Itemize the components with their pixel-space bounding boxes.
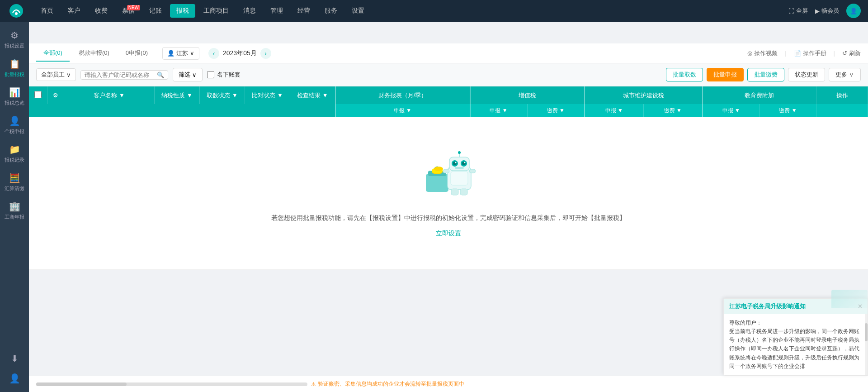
th-city-construction: 城市维护建设税: [585, 86, 703, 104]
sidebar: ⚙ 报税设置 📋 批量报税 📊 报税总览 👤 个税申报 📁 报税记录 🧮 汇算清…: [0, 22, 29, 392]
filter-button[interactable]: 筛选 ∨: [173, 68, 203, 81]
vip-label: 畅会员: [821, 7, 839, 15]
tab-all-label: 全部(0): [43, 49, 62, 56]
th-city-declare: 申报 ▼: [585, 104, 644, 117]
check-result-filter-icon[interactable]: ▼: [322, 92, 328, 99]
account-checkbox[interactable]: [207, 71, 214, 78]
divider1: |: [785, 50, 786, 57]
client-name-filter-icon[interactable]: ▼: [119, 92, 125, 99]
tax-nature-filter-icon[interactable]: ▼: [187, 92, 193, 99]
select-all-checkbox[interactable]: [34, 91, 42, 98]
vip-button[interactable]: ▶ 畅会员: [815, 7, 839, 15]
th-edu-declare: 申报 ▼: [703, 104, 760, 117]
nav-bookkeeping[interactable]: 记账: [143, 4, 168, 18]
th-client-name-text: 客户名称: [94, 92, 117, 99]
tab-tax-declare[interactable]: 税款申报(0): [71, 45, 117, 62]
refresh-button[interactable]: ↺ 刷新: [842, 49, 861, 57]
th-operation-sub: [816, 104, 868, 117]
user-avatar[interactable]: 👤: [846, 4, 861, 18]
more-button[interactable]: 更多 ∨: [829, 68, 861, 81]
city-pay-filter-icon[interactable]: ▼: [676, 107, 682, 114]
manual-icon: 📄: [794, 50, 801, 57]
svg-rect-18: [443, 169, 449, 173]
operation-manual-link[interactable]: 📄 操作手册: [794, 49, 826, 57]
status-update-button[interactable]: 状态更新: [788, 68, 825, 81]
setup-link[interactable]: 立即设置: [436, 229, 461, 237]
sidebar-label-batch-tax: 批量报税: [5, 71, 24, 78]
operation-video-link[interactable]: ◎ 操作视频: [747, 49, 778, 57]
sidebar-item-download[interactable]: ⬇: [0, 349, 29, 368]
nav-fee[interactable]: 收费: [89, 4, 114, 18]
nav-service[interactable]: 服务: [318, 4, 344, 18]
th-vat-pay: 缴费 ▼: [527, 104, 585, 117]
sidebar-bottom: ⬇ 👤: [0, 349, 29, 388]
batch-pay-button[interactable]: 批量缴费: [747, 68, 784, 81]
vip-icon: ▶: [815, 8, 820, 14]
next-month-button[interactable]: ›: [260, 48, 271, 59]
vat-declare-filter-icon[interactable]: ▼: [502, 107, 508, 114]
edu-pay-filter-icon[interactable]: ▼: [792, 107, 797, 114]
prev-month-button[interactable]: ‹: [208, 48, 219, 59]
scrollbar-thumb[interactable]: [36, 382, 127, 386]
th-financial-declare: 申报 ▼: [335, 104, 470, 117]
tab-zero-declare[interactable]: 0申报(0): [118, 45, 155, 62]
nav-invoice[interactable]: 票据 NEW: [116, 4, 141, 18]
annual-settlement-icon: 🧮: [9, 172, 20, 183]
sidebar-item-tax-overview[interactable]: 📊 报税总览: [0, 82, 29, 111]
search-input[interactable]: [85, 72, 157, 78]
settings-icon[interactable]: ⚙: [53, 92, 58, 99]
sidebar-item-user[interactable]: 👤: [0, 368, 29, 388]
sidebar-item-annual-report[interactable]: 🏢 工商年报: [0, 196, 29, 225]
notification-title: 江苏电子税务局升级影响通知: [729, 302, 806, 311]
batch-fetch-button[interactable]: 批量取数: [666, 68, 703, 81]
nav-business[interactable]: 工商项目: [197, 4, 235, 18]
batch-declare-button[interactable]: 批量申报: [707, 68, 744, 81]
nav-manage[interactable]: 管理: [264, 4, 289, 18]
horizontal-scrollbar[interactable]: [36, 382, 307, 386]
edu-declare-filter-icon[interactable]: ▼: [735, 107, 740, 114]
sidebar-item-tax-records[interactable]: 📁 报税记录: [0, 139, 29, 168]
bottom-bar: ⚠ 验证账密、采集信息均成功的企业才会流转至批量报税页面中: [29, 376, 868, 392]
operation-video-label: 操作视频: [754, 49, 778, 57]
th-fetch-status-text: 取数状态: [207, 92, 230, 99]
tab-bar: 全部(0) 税款申报(0) 0申报(0) 👤 江苏 ∨ ‹ 2023年05月 ›…: [29, 43, 868, 63]
sidebar-label-annual-settlement: 汇算清缴: [5, 185, 24, 192]
financial-declare-filter-icon[interactable]: ▼: [406, 107, 411, 114]
svg-point-14: [464, 162, 465, 163]
notif-scroll-thumb[interactable]: [865, 323, 868, 341]
tab-all[interactable]: 全部(0): [36, 45, 70, 62]
nav-operation[interactable]: 经营: [291, 4, 316, 18]
employee-chevron-icon: ∨: [66, 72, 71, 78]
nav-home[interactable]: 首页: [34, 4, 60, 18]
fetch-status-filter-icon[interactable]: ▼: [232, 92, 238, 99]
th-spacer: [29, 104, 335, 117]
th-city-pay-text: 缴费: [664, 107, 675, 114]
th-check-result: 检查结果 ▼: [290, 86, 335, 104]
nav-settings[interactable]: 设置: [345, 4, 371, 18]
th-education-surcharge: 教育费附加: [703, 86, 816, 104]
sidebar-item-tax-settings[interactable]: ⚙ 报税设置: [0, 25, 29, 54]
search-icon[interactable]: 🔍: [157, 72, 164, 78]
robot-illustration: [421, 149, 476, 203]
nav-tax[interactable]: 报税: [170, 4, 195, 18]
annual-report-icon: 🏢: [9, 201, 20, 212]
sidebar-item-personal-tax[interactable]: 👤 个税申报: [0, 111, 29, 139]
nav-message[interactable]: 消息: [237, 4, 262, 18]
vat-pay-filter-icon[interactable]: ▼: [559, 107, 565, 114]
nav-client[interactable]: 客户: [61, 4, 87, 18]
account-checkbox-label[interactable]: 名下账套: [207, 71, 241, 79]
th-fetch-status: 取数状态 ▼: [200, 86, 245, 104]
app-logo[interactable]: [7, 2, 25, 20]
tab-tax-declare-label: 税款申报(0): [79, 49, 109, 56]
fullscreen-button[interactable]: ⛶ 全屏: [788, 7, 808, 15]
compare-status-filter-icon[interactable]: ▼: [277, 92, 283, 99]
empty-state-message: 若您想使用批量报税功能，请先在【报税设置】中进行报税的初始化设置，完成密码验证和…: [43, 214, 854, 222]
city-declare-filter-icon[interactable]: ▼: [618, 107, 623, 114]
sidebar-item-batch-tax[interactable]: 📋 批量报税: [0, 54, 29, 82]
operation-manual-label: 操作手册: [803, 49, 826, 57]
notification-content: 尊敬的用户： 受当前电子税务局进一步升级的影响，同一个政务网账号（办税人）名下的…: [729, 319, 862, 371]
employee-selector[interactable]: 全部员工 ∨: [36, 68, 76, 81]
sidebar-item-annual-settlement[interactable]: 🧮 汇算清缴: [0, 168, 29, 196]
region-selector[interactable]: 👤 江苏 ∨: [162, 47, 199, 60]
notif-scrollbar[interactable]: [865, 314, 868, 375]
